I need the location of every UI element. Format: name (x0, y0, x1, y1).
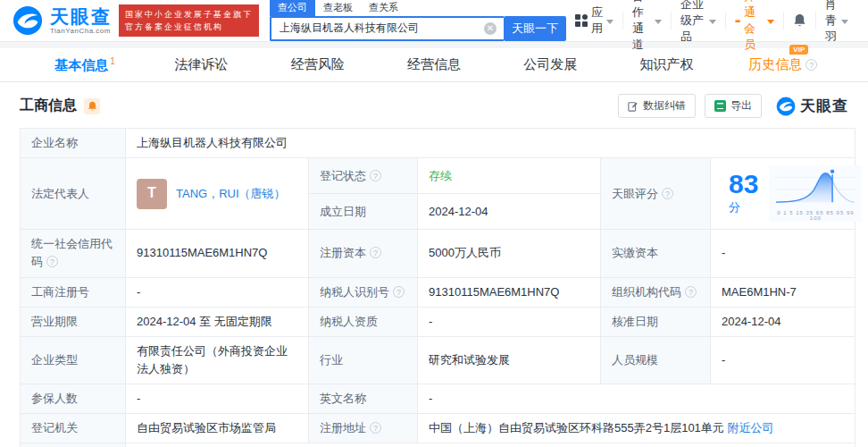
field-label-company-name: 企业名称 (21, 129, 126, 158)
top-header: 天眼查 TianYanCha.com 国家中小企业发展子基金旗下 官方备案企业征… (0, 0, 868, 41)
field-label-reg-no: 工商注册号 (21, 277, 126, 307)
field-label-authority: 登记机关 (21, 414, 126, 443)
field-label-company-type: 企业类型 (21, 336, 126, 384)
score-display: 83分 (722, 164, 844, 224)
legal-rep-link[interactable]: TANG，RUI（唐锐） (176, 185, 286, 203)
tab-history-info[interactable]: 历史信息VIP (725, 56, 841, 73)
field-label-staff-size: 人员规模 (601, 336, 711, 384)
field-value-authority: 自由贸易试验区市场监管局 (126, 414, 309, 443)
status-badge: 存续 (429, 169, 452, 182)
data-correction-label: 数据纠错 (643, 98, 686, 114)
field-value-business-scope: 一般项目：技术服务、技术开发、技术咨询、技术交流、技术转让、技术推广；软件开发。… (126, 443, 855, 447)
score-unit: 分 (729, 200, 740, 214)
help-icon[interactable] (46, 256, 58, 267)
tab-business-info[interactable]: 经营信息 (376, 56, 492, 73)
table-row: 参保人数 - 英文名称 - (21, 384, 855, 414)
help-icon[interactable] (370, 422, 381, 434)
tab-basic-info[interactable]: 基本信息1 (27, 56, 143, 74)
table-row: 经营范围 一般项目：技术服务、技术开发、技术咨询、技术交流、技术转让、技术推广；… (21, 443, 855, 447)
chevron-down-icon (767, 20, 774, 24)
field-value-establish-date: 2024-12-04 (418, 194, 601, 230)
field-label-reg-status: 登记状态 (309, 158, 418, 194)
search-tab-relation[interactable]: 查关系 (361, 0, 406, 16)
menu-partner-channel[interactable]: 合作通道 (622, 12, 671, 30)
field-value-reg-capital: 5000万人民币 (418, 230, 601, 277)
clear-search-icon[interactable]: ✕ (484, 22, 497, 35)
chevron-down-icon (606, 20, 613, 24)
field-value-term: 2024-12-04 至 无固定期限 (126, 307, 309, 336)
tab-business-risk[interactable]: 经营风险 (260, 56, 376, 73)
tab-intellectual-property[interactable]: 知识产权 (608, 56, 724, 73)
export-button[interactable]: 导出 (705, 94, 762, 118)
field-label-taxpayer-id: 纳税人识别号 (309, 277, 418, 307)
tab-legal-litigation[interactable]: 法律诉讼 (143, 56, 259, 73)
bell-icon (793, 13, 806, 28)
help-icon[interactable] (370, 170, 381, 181)
table-row: 法定代表人 T TANG，RUI（唐锐） 登记状态 存续 天眼评分 83分 (21, 158, 855, 194)
menu-apps[interactable]: 应用 (566, 12, 622, 30)
subscribe-bell-icon[interactable] (84, 98, 100, 114)
field-value-english-name: - (418, 384, 855, 414)
username-label: 肖青羽 (825, 0, 838, 45)
score-axis-labels: 0 1 5 15 35 65 85 95 99 100 (772, 210, 858, 221)
section-title: 工商信息 (20, 97, 77, 115)
menu-apps-label: 应用 (591, 4, 603, 37)
help-icon[interactable] (662, 188, 673, 199)
logo-title: 天眼查 (50, 7, 112, 26)
field-value-company-name: 上海纵目机器人科技有限公司 (126, 129, 855, 158)
search-input[interactable] (270, 16, 504, 41)
export-label: 导出 (730, 98, 752, 114)
menu-open-vip[interactable]: 开通会员 (725, 12, 783, 30)
help-icon[interactable] (393, 286, 405, 298)
search-button[interactable]: 天眼一下 (504, 16, 566, 41)
field-value-insured-count: - (126, 384, 309, 414)
field-label-score: 天眼评分 (601, 158, 711, 230)
field-label-insured-count: 参保人数 (21, 384, 126, 414)
field-value-taxpayer-quality: - (418, 307, 601, 336)
field-label-uscc: 统一社会信用代码 (21, 230, 126, 277)
nearby-companies-link[interactable]: 附近公司 (727, 421, 773, 434)
badge-line-1: 国家中小企业发展子基金旗下 (125, 8, 253, 21)
field-value-score: 83分 (711, 158, 855, 230)
chevron-down-icon (655, 20, 662, 24)
table-row: 统一社会信用代码 91310115MAE6M1HN7Q 注册资本 5000万人民… (21, 230, 855, 277)
help-icon[interactable] (685, 286, 697, 298)
field-value-taxpayer-id: 91310115MAE6M1HN7Q (418, 277, 601, 307)
field-label-establish-date: 成立日期 (309, 194, 418, 230)
table-row: 企业类型 有限责任公司（外商投资企业法人独资） 行业 研究和试验发展 人员规模 … (21, 336, 855, 384)
tab-company-development[interactable]: 公司发展 (492, 56, 608, 73)
search-tab-boss[interactable]: 查老板 (315, 0, 361, 16)
field-label-org-code: 组织机构代码 (601, 277, 711, 307)
field-label-industry: 行业 (309, 336, 418, 384)
watermark-logo: 天眼查 (776, 96, 848, 116)
chevron-down-icon (841, 20, 848, 24)
field-label-taxpayer-quality: 纳税人资质 (309, 307, 418, 336)
tianyancha-logo[interactable]: 天眼查 TianYanCha.com 国家中小企业发展子基金旗下 官方备案企业征… (13, 4, 259, 38)
notifications[interactable] (783, 12, 815, 30)
tianyancha-watermark-icon (776, 97, 796, 116)
user-account[interactable]: 肖青羽 (815, 12, 857, 30)
menu-enterprise-label: 企业级产品 (680, 0, 705, 45)
tab-basic-info-label: 基本信息 (54, 57, 108, 72)
menu-enterprise-products[interactable]: 企业级产品 (671, 12, 725, 30)
table-row: 企业名称 上海纵目机器人科技有限公司 (21, 129, 855, 158)
menu-vip-label: 开通会员 (744, 0, 764, 53)
chevron-down-icon (709, 20, 716, 24)
field-value-industry: 研究和试验发展 (418, 336, 601, 384)
search-tab-company[interactable]: 查公司 (270, 0, 315, 16)
business-info-table: 企业名称 上海纵目机器人科技有限公司 法定代表人 T TANG，RUI（唐锐） … (20, 128, 855, 447)
divider (0, 41, 868, 48)
header-menu: 应用 合作通道 企业级产品 开通会员 肖青羽 (566, 12, 857, 30)
field-value-staff-size: - (711, 336, 855, 384)
field-label-english-name: 英文名称 (309, 384, 418, 414)
address-text: 中国（上海）自由贸易试验区环科路555弄2号1层101单元 (429, 421, 724, 434)
data-correction-button[interactable]: 数据纠错 (618, 94, 696, 118)
vip-badge: VIP (789, 45, 808, 55)
apps-grid-icon (575, 14, 588, 27)
help-icon[interactable] (370, 247, 381, 258)
excel-icon (714, 100, 726, 112)
help-icon[interactable] (805, 59, 817, 71)
field-value-approve-date: 2024-12-04 (711, 307, 855, 336)
field-value-address: 中国（上海）自由贸易试验区环科路555弄2号1层101单元 附近公司 (418, 414, 855, 443)
badge-line-2: 官方备案企业征信机构 (125, 21, 253, 33)
